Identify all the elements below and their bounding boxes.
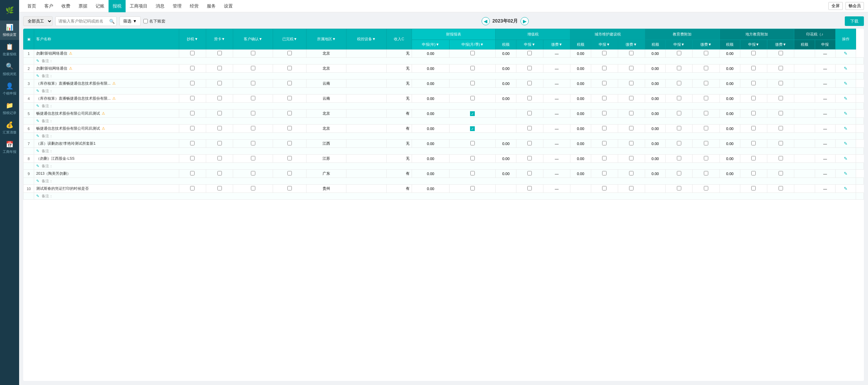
row-zengjia-apply[interactable] [516, 125, 543, 133]
row-jiaoyu-pay[interactable] [693, 110, 720, 118]
wansui-checkbox[interactable] [287, 111, 292, 115]
jiaoyu-pay-checkbox[interactable] [704, 186, 708, 190]
row-wansui[interactable] [273, 155, 307, 163]
queren-checkbox[interactable] [251, 126, 255, 130]
edit-icon[interactable]: ✎ [844, 81, 848, 86]
row-chaoshui[interactable] [179, 65, 206, 73]
filter-button[interactable]: 筛选 ▼ [119, 16, 141, 26]
row-chaoshui[interactable] [179, 49, 206, 58]
row-jiaoyu-pay[interactable] [693, 140, 720, 148]
zengjia-apply-checkbox[interactable] [527, 171, 532, 175]
jiaoyu-apply-checkbox[interactable] [677, 81, 681, 85]
jiaoyu-pay-checkbox[interactable] [704, 66, 708, 70]
row-jiaoyu-apply[interactable] [666, 65, 693, 73]
row-chengshi-pay[interactable] [618, 110, 645, 118]
difang-pay-checkbox[interactable] [779, 81, 783, 85]
edit-icon[interactable]: ✎ [844, 66, 848, 71]
zengjia-apply-checkbox[interactable] [527, 156, 532, 160]
difang-apply-checkbox[interactable] [751, 66, 756, 70]
chengshi-pay-checkbox[interactable] [629, 126, 634, 130]
chengshi-pay-checkbox[interactable] [629, 156, 634, 160]
row-huaka[interactable] [206, 49, 233, 58]
row-chaoshui[interactable] [179, 125, 206, 133]
row-jiaoyu-pay[interactable] [693, 170, 720, 178]
row-chaoshui[interactable] [179, 95, 206, 103]
row-difang-apply[interactable] [740, 125, 767, 133]
nav-settings[interactable]: 设置 [220, 0, 237, 12]
row-zengjia-apply[interactable] [516, 80, 543, 88]
difang-apply-checkbox[interactable] [751, 171, 756, 175]
row-difang-pay[interactable] [767, 185, 794, 193]
row-jiaoyu-pay[interactable] [693, 65, 720, 73]
row-difang-pay[interactable] [767, 80, 794, 88]
jiaoyu-pay-checkbox[interactable] [704, 141, 708, 145]
difang-pay-checkbox[interactable] [779, 141, 783, 145]
jiaoyu-apply-checkbox[interactable] [677, 141, 681, 145]
huaka-checkbox[interactable] [217, 141, 222, 145]
huaka-checkbox[interactable] [217, 111, 222, 115]
note-cell[interactable]: ✎ 备注： [34, 103, 856, 110]
row-difang-apply[interactable] [740, 185, 767, 193]
difang-apply-checkbox[interactable] [751, 141, 756, 145]
difang-pay-checkbox[interactable] [779, 66, 783, 70]
row-jiaoyu-apply[interactable] [666, 185, 693, 193]
row-wansui[interactable] [273, 110, 307, 118]
row-chengshi-pay[interactable] [618, 49, 645, 58]
search-icon[interactable]: 🔍 [109, 19, 115, 24]
row-chaoshui[interactable] [179, 185, 206, 193]
wansui-checkbox[interactable] [287, 81, 292, 85]
row-chengshi-apply[interactable] [591, 140, 618, 148]
chengshi-pay-checkbox[interactable] [629, 111, 634, 115]
row-huaka[interactable] [206, 170, 233, 178]
jiaoyu-apply-checkbox[interactable] [677, 51, 681, 55]
row-caishuibao-yue-check[interactable] [450, 65, 496, 73]
row-wansui[interactable] [273, 80, 307, 88]
row-zengjia-apply[interactable] [516, 155, 543, 163]
download-button[interactable]: 下载 [845, 16, 864, 26]
jiaoyu-apply-checkbox[interactable] [677, 186, 681, 190]
row-chengshi-apply[interactable] [591, 80, 618, 88]
chaoshui-checkbox[interactable] [190, 156, 195, 160]
row-huaka[interactable] [206, 95, 233, 103]
note-edit-icon[interactable]: ✎ [36, 59, 39, 63]
edit-icon[interactable]: ✎ [844, 171, 848, 176]
wansui-checkbox[interactable] [287, 126, 292, 130]
wansui-checkbox[interactable] [287, 66, 292, 70]
wansui-checkbox[interactable] [287, 171, 292, 175]
row-action[interactable]: ✎ [835, 185, 856, 193]
chaoshui-checkbox[interactable] [190, 171, 195, 175]
edit-icon[interactable]: ✎ [844, 126, 848, 131]
jiaoyu-apply-checkbox[interactable] [677, 96, 681, 100]
nav-service[interactable]: 服务 [203, 0, 220, 12]
jiaoyu-pay-checkbox[interactable] [704, 81, 708, 85]
row-queren[interactable] [233, 170, 273, 178]
nav-home[interactable]: 首页 [23, 0, 40, 12]
row-caishuibao-yue-check[interactable] [450, 95, 496, 103]
jiaoyu-pay-checkbox[interactable] [704, 111, 708, 115]
nav-business[interactable]: 工商项目 [126, 0, 152, 12]
sidebar-item-baoshujilu[interactable]: 📁 报税记录 [0, 99, 19, 118]
row-queren[interactable] [233, 155, 273, 163]
row-wansui[interactable] [273, 49, 307, 58]
note-cell[interactable]: ✎ 备注： [34, 58, 856, 65]
row-chengshi-pay[interactable] [618, 125, 645, 133]
wansui-checkbox[interactable] [287, 186, 292, 190]
row-caishuibao-yue-check[interactable]: ✓ [450, 125, 496, 133]
note-edit-icon[interactable]: ✎ [36, 134, 39, 138]
difang-apply-checkbox[interactable] [751, 111, 756, 115]
row-huaka[interactable] [206, 155, 233, 163]
zengjia-apply-checkbox[interactable] [527, 126, 532, 130]
row-difang-pay[interactable] [767, 95, 794, 103]
huaka-checkbox[interactable] [217, 81, 222, 85]
row-queren[interactable] [233, 140, 273, 148]
row-chengshi-apply[interactable] [591, 170, 618, 178]
caishuibao-yue-checkbox[interactable] [470, 186, 475, 190]
row-huaka[interactable] [206, 65, 233, 73]
zengjia-apply-checkbox[interactable] [527, 186, 532, 190]
row-chaoshui[interactable] [179, 110, 206, 118]
row-action[interactable]: ✎ [835, 170, 856, 178]
jiaoyu-apply-checkbox[interactable] [677, 126, 681, 130]
chengshi-pay-checkbox[interactable] [629, 141, 634, 145]
row-zengjia-apply[interactable] [516, 49, 543, 58]
row-difang-apply[interactable] [740, 140, 767, 148]
